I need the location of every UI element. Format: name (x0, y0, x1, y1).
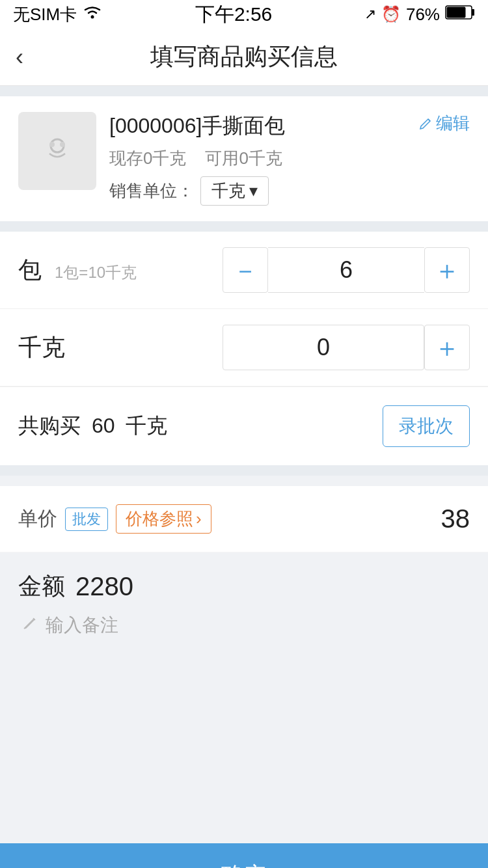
total-text: 共购买 60 千克 (18, 412, 167, 441)
svg-rect-2 (472, 9, 474, 16)
price-ref-button[interactable]: 价格参照 › (116, 504, 211, 534)
qty-pack-controls: － ＋ (223, 247, 470, 293)
amount-section: 金额 2280 输入备注 (0, 552, 488, 648)
location-icon: ↗ (364, 6, 376, 23)
status-right: ↗ ⏰ 76% (364, 5, 475, 25)
product-stock: 现存0千克 可用0千克 (109, 147, 470, 170)
product-name: [0000006]手撕面包 (109, 112, 285, 141)
input-section: 包 1包=10千克 － ＋ 千克 ＋ 共购买 60 千克 录批次 (0, 232, 488, 465)
product-info: [0000006]手撕面包 编辑 现存0千克 可用0千克 销售单位： 千克 ▾ (109, 112, 470, 206)
qty-kg-row: 千克 ＋ (0, 309, 488, 387)
divider-3 (0, 465, 488, 476)
wifi-icon (82, 5, 103, 25)
product-title-row: [0000006]手撕面包 编辑 (109, 112, 470, 141)
total-row: 共购买 60 千克 录批次 (0, 387, 488, 465)
qty-pack-minus[interactable]: － (223, 247, 268, 293)
price-label: 单价 (18, 506, 57, 532)
amount-label: 金额 (18, 571, 65, 603)
total-amount: 60 (92, 414, 115, 437)
note-row[interactable]: 输入备注 (18, 613, 470, 638)
main-content (0, 648, 488, 843)
qty-kg-label: 千克 (18, 332, 223, 364)
qty-kg-controls: ＋ (223, 325, 470, 370)
price-type-tag: 批发 (65, 508, 108, 531)
qty-kg-input[interactable] (223, 325, 424, 370)
nav-bar: ‹ 填写商品购买信息 (0, 29, 488, 86)
price-left: 单价 批发 价格参照 › (18, 504, 211, 534)
confirm-button[interactable]: 确定 (0, 843, 488, 868)
divider-1 (0, 86, 488, 96)
batch-button[interactable]: 录批次 (383, 405, 470, 447)
product-unit-row: 销售单位： 千克 ▾ (109, 176, 470, 206)
edit-button[interactable]: 编辑 (418, 112, 470, 135)
divider-2 (0, 221, 488, 232)
status-time: 下午2:56 (195, 1, 272, 28)
battery-icon (445, 5, 475, 23)
svg-point-5 (49, 142, 55, 147)
unit-select[interactable]: 千克 ▾ (200, 176, 269, 206)
svg-point-6 (60, 142, 65, 147)
status-bar: 无SIM卡 下午2:56 ↗ ⏰ 76% (0, 0, 488, 29)
qty-pack-input[interactable] (268, 247, 424, 293)
price-section: 单价 批发 价格参照 › 38 (0, 486, 488, 552)
back-button[interactable]: ‹ (16, 44, 23, 71)
svg-rect-3 (446, 7, 465, 18)
qty-pack-label: 包 1包=10千克 (18, 254, 223, 286)
qty-kg-plus[interactable]: ＋ (424, 325, 470, 370)
status-left: 无SIM卡 (13, 3, 103, 26)
qty-pack-sublabel: 1包=10千克 (55, 264, 137, 281)
carrier-label: 无SIM卡 (13, 3, 77, 26)
product-image (18, 112, 96, 190)
amount-row: 金额 2280 (18, 571, 470, 603)
product-card: [0000006]手撕面包 编辑 现存0千克 可用0千克 销售单位： 千克 ▾ (0, 96, 488, 221)
pencil-icon (21, 614, 39, 637)
qty-pack-plus[interactable]: ＋ (424, 247, 470, 293)
svg-point-0 (91, 15, 94, 18)
qty-pack-row: 包 1包=10千克 － ＋ (0, 232, 488, 309)
amount-value: 2280 (75, 572, 133, 601)
price-value: 38 (441, 504, 470, 534)
page-title: 填写商品购买信息 (150, 41, 338, 73)
alarm-icon: ⏰ (381, 5, 401, 23)
note-placeholder: 输入备注 (46, 613, 118, 638)
battery-label: 76% (406, 5, 440, 25)
